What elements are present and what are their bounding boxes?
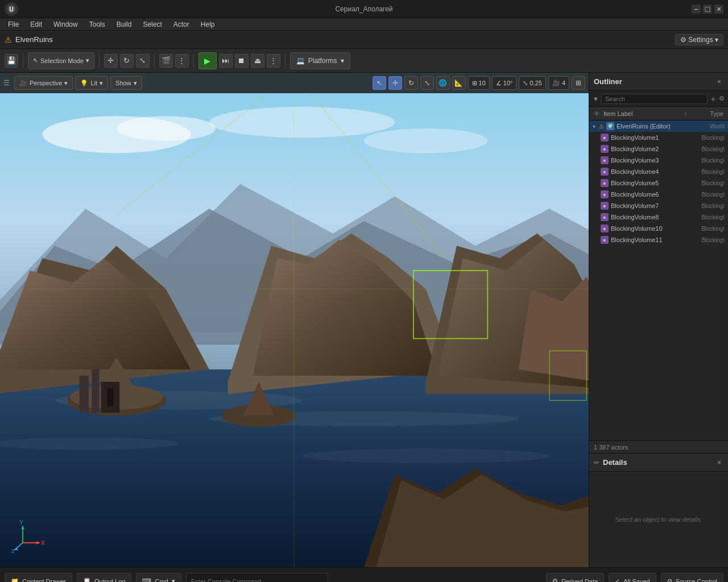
angle-icon: ∠	[496, 80, 502, 87]
platforms-dropdown[interactable]: 💻 Platforms ▾	[290, 52, 350, 69]
svg-rect-29	[107, 388, 114, 407]
translate-button[interactable]: ✛	[104, 54, 118, 68]
play-more-button[interactable]: ⋮	[267, 54, 280, 68]
cmd-dropdown[interactable]: ⌨ Cmd ▾	[136, 573, 181, 583]
outliner-item-world[interactable]: ▾ ⚠ 🌍 ElvenRuins (Editor) World	[589, 120, 728, 132]
play-icon: ▶	[204, 56, 210, 65]
cmd-icon: ⌨	[142, 577, 151, 582]
scale-snap-dropdown[interactable]: ⤡ 0,25	[519, 76, 545, 90]
more-options-button[interactable]: ⋮	[175, 54, 189, 68]
outliner-add-button[interactable]: +	[710, 94, 717, 103]
outliner-item-4[interactable]: ■ BlockingVolume5 Blocking\	[589, 177, 728, 189]
derived-data-button[interactable]: ⚙ Derived Data	[546, 573, 604, 583]
outliner-column-header: 👁 Item Label ↑ Type	[589, 107, 728, 120]
eject-button[interactable]: ⏏	[251, 54, 264, 68]
outliner-search-input[interactable]	[601, 94, 708, 104]
all-saved-button[interactable]: ✓ All Saved	[609, 573, 656, 583]
toolbar-sep-5	[285, 54, 286, 68]
step-button[interactable]: ⏭	[219, 54, 233, 68]
scale-tool[interactable]: ⤡	[420, 76, 434, 90]
settings-button[interactable]: ⚙ Settings ▾	[675, 34, 723, 45]
item-type-3: Blocking\	[701, 169, 725, 175]
outliner-item-9[interactable]: ■ BlockingVolume11 Blocking\	[589, 234, 728, 246]
derived-data-icon: ⚙	[552, 577, 558, 582]
details-pencil-icon: ✏	[594, 459, 599, 467]
outliner-item-3[interactable]: ■ BlockingVolume4 Blocking\	[589, 166, 728, 177]
main-toolbar: 💾 ↖ Selection Mode ▾ ✛ ↻ ⤡ 🎬 ⋮ ▶ ⏭ ⏹ ⏏ ⋮…	[0, 49, 728, 73]
perspective-button[interactable]: 🎥 Perspective ▾	[14, 76, 73, 90]
lit-icon: 💡	[80, 80, 88, 87]
outliner-item-6[interactable]: ■ BlockingVolume7 Blocking\	[589, 200, 728, 211]
output-log-button[interactable]: 📋 Output Log	[77, 573, 131, 583]
maximize-button[interactable]: □	[703, 5, 712, 14]
menu-build[interactable]: Build	[111, 18, 138, 31]
outliner-item-0[interactable]: ■ BlockingVolume1 Blocking\	[589, 132, 728, 143]
snap-tool[interactable]: 📐	[452, 76, 466, 90]
stop-button[interactable]: ⏹	[235, 54, 249, 68]
viewport[interactable]: ☰ 🎥 Perspective ▾ 💡 Lit ▾ Show ▾ ↖ ✛	[0, 73, 589, 567]
col-sort-icon[interactable]: ↑	[684, 110, 688, 117]
item-name-6: BlockingVolume7	[611, 202, 699, 209]
svg-point-6	[364, 128, 488, 153]
minimize-button[interactable]: −	[692, 5, 701, 14]
details-close-button[interactable]: ×	[715, 459, 723, 467]
grid-snap-dropdown[interactable]: ⊞ 10	[468, 76, 490, 90]
menu-actor[interactable]: Actor	[168, 18, 195, 31]
show-button[interactable]: Show ▾	[110, 76, 142, 90]
platforms-icon: 💻	[296, 57, 305, 65]
menu-select[interactable]: Select	[137, 18, 167, 31]
outliner-item-8[interactable]: ■ BlockingVolume10 Blocking\	[589, 223, 728, 234]
svg-point-5	[209, 107, 395, 138]
menu-help[interactable]: Help	[195, 18, 221, 31]
world-tool[interactable]: 🌐	[436, 76, 450, 90]
camera-button[interactable]: 🎬	[159, 54, 173, 68]
svg-text:X: X	[41, 540, 45, 546]
menu-window[interactable]: Window	[48, 18, 84, 31]
content-drawer-icon: 📁	[11, 577, 19, 582]
outliner-footer: 1 387 actors	[589, 440, 728, 453]
volume-icon-1: ■	[601, 145, 609, 153]
menu-file[interactable]: File	[2, 18, 24, 31]
outliner-filter-button[interactable]: ▼	[593, 95, 599, 102]
play-button[interactable]: ▶	[198, 52, 217, 69]
scale-button[interactable]: ⤡	[136, 54, 150, 68]
selection-mode-dropdown[interactable]: ↖ Selection Mode ▾	[28, 52, 94, 69]
outliner-options-button[interactable]: ⚙	[719, 95, 725, 102]
volume-icon-0: ■	[601, 134, 609, 142]
svg-text:Y: Y	[19, 520, 23, 526]
rotate-button[interactable]: ↻	[120, 54, 134, 68]
source-control-button[interactable]: ⊘ Source Control	[661, 573, 723, 583]
viewport-menu-icon[interactable]: ☰	[3, 79, 10, 87]
camera-speed-dropdown[interactable]: 🎥 4	[548, 76, 569, 90]
svg-marker-39	[36, 541, 40, 544]
console-input[interactable]	[186, 573, 328, 583]
platforms-arrow: ▾	[341, 57, 344, 65]
world-icon: 🌍	[606, 122, 614, 130]
item-name-7: BlockingVolume8	[611, 214, 699, 221]
outliner-item-1[interactable]: ■ BlockingVolume2 Blocking\	[589, 143, 728, 155]
select-tool[interactable]: ↖	[373, 76, 386, 90]
close-button[interactable]: ×	[714, 5, 723, 14]
svg-point-13	[302, 448, 549, 463]
outliner-item-7[interactable]: ■ BlockingVolume8 Blocking\	[589, 211, 728, 223]
cursor-icon: ↖	[33, 57, 38, 64]
rotate-tool[interactable]: ↻	[404, 76, 418, 90]
angle-snap-dropdown[interactable]: ∠ 10°	[492, 76, 517, 90]
menu-edit[interactable]: Edit	[24, 18, 48, 31]
toolbar-sep-1	[23, 54, 23, 68]
camera-speed-icon: 🎥	[552, 80, 560, 87]
outliner-item-5[interactable]: ■ BlockingVolume6 Blocking\	[589, 189, 728, 200]
item-type-5: Blocking\	[701, 192, 725, 198]
lit-button[interactable]: 💡 Lit ▾	[75, 76, 108, 90]
project-name-display: ⚠ ElvenRuins	[5, 35, 53, 44]
menu-tools[interactable]: Tools	[84, 18, 111, 31]
save-button[interactable]: 💾	[5, 54, 18, 68]
item-name-9: BlockingVolume11	[611, 236, 699, 243]
details-panel: ✏ Details × Select an object to view det…	[589, 454, 728, 567]
translate-tool[interactable]: ✛	[388, 76, 402, 90]
viewport-maximize-button[interactable]: ⊞	[572, 76, 585, 90]
outliner-close-button[interactable]: ×	[715, 78, 723, 86]
content-drawer-button[interactable]: 📁 Content Drawer	[5, 573, 72, 583]
cmd-label: Cmd	[155, 578, 168, 583]
outliner-item-2[interactable]: ■ BlockingVolume3 Blocking\	[589, 155, 728, 166]
